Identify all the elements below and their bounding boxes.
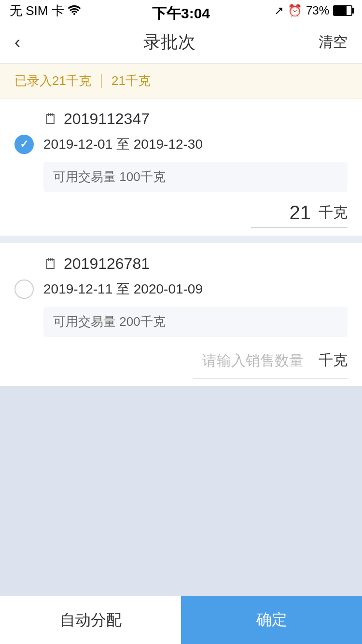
batch1-radio[interactable] <box>14 135 34 154</box>
alarm-icon: ⏰ <box>288 4 302 17</box>
batch2-available: 可用交易量 200千克 <box>43 307 348 337</box>
clear-button[interactable]: 清空 <box>319 32 348 52</box>
status-left: 无 SIM 卡 <box>10 2 81 19</box>
bottom-bar: 自动分配 确定 <box>0 596 362 644</box>
batch1-date: 2019-12-01 至 2019-12-30 <box>43 135 203 154</box>
quantity-input[interactable] <box>166 352 311 369</box>
auto-distribute-button[interactable]: 自动分配 <box>0 596 181 644</box>
batch1-amount-separator <box>251 227 348 228</box>
batch2-date: 2019-12-11 至 2020-01-09 <box>43 280 203 298</box>
batch2-input-row[interactable]: 千克 <box>0 350 362 378</box>
banner-divider <box>101 74 102 88</box>
batch2-row[interactable]: 2019-12-11 至 2020-01-09 <box>14 280 348 299</box>
recorded-label: 已录入21千克 <box>14 72 91 89</box>
batch2-radio[interactable] <box>14 280 34 299</box>
batch2-header: 🗒 2019126781 <box>43 255 348 273</box>
batch2-unit: 千克 <box>319 350 348 370</box>
batch2-id: 2019126781 <box>64 255 150 273</box>
status-right: ↗ ⏰ 73% <box>274 4 352 17</box>
confirm-button[interactable]: 确定 <box>181 596 362 644</box>
carrier-text: 无 SIM 卡 <box>10 2 64 19</box>
location-icon: ↗ <box>274 4 284 17</box>
batch-card-1: 🗒 2019112347 2019-12-01 至 2019-12-30 可用交… <box>0 98 362 202</box>
batch1-amount-container: 21 千克 <box>0 202 362 236</box>
battery-icon <box>333 5 352 16</box>
back-button[interactable]: ‹ <box>14 32 20 53</box>
batch1-row[interactable]: 2019-12-01 至 2019-12-30 <box>14 135 348 154</box>
batch1-icon: 🗒 <box>43 111 58 127</box>
status-time: 下午3:04 <box>152 4 210 24</box>
batch1-available: 可用交易量 100千克 <box>43 162 348 192</box>
recorded-value: 21千克 <box>111 72 151 89</box>
batch1-amount-line: 21 千克 <box>290 202 348 224</box>
batch-card-2: 🗒 2019126781 2019-12-11 至 2020-01-09 可用交… <box>0 243 362 347</box>
wifi-icon <box>68 3 81 18</box>
batch1-amount-unit: 千克 <box>319 203 348 223</box>
batch1-amount-value: 21 <box>290 202 311 224</box>
batch1-header: 🗒 2019112347 <box>43 110 348 128</box>
card-separator <box>0 236 362 243</box>
info-banner: 已录入21千克 21千克 <box>0 64 362 98</box>
battery-percent: 73% <box>306 4 329 17</box>
status-bar: 无 SIM 卡 下午3:04 ↗ ⏰ 73% <box>0 0 362 21</box>
page-title: 录批次 <box>143 30 195 54</box>
batch1-id: 2019112347 <box>64 110 150 128</box>
batch2-icon: 🗒 <box>43 256 58 272</box>
nav-bar: ‹ 录批次 清空 <box>0 21 362 64</box>
